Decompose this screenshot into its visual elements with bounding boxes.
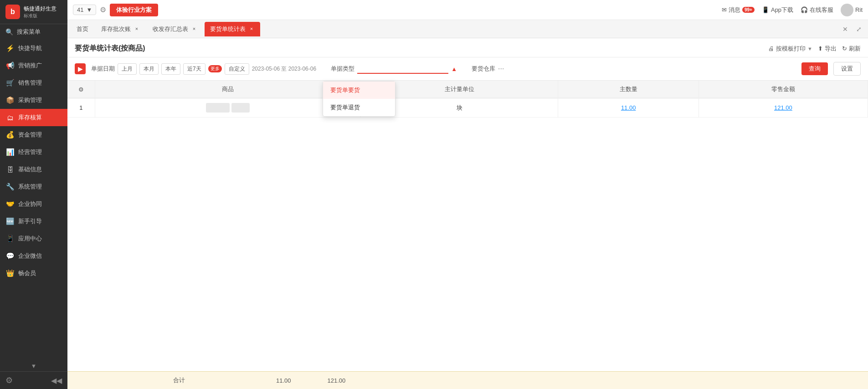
type-label: 单据类型: [331, 65, 354, 73]
service-icon: 🎧: [801, 6, 808, 13]
sidebar-logo: b 畅捷通好生意 标准版: [0, 0, 67, 24]
user-avatar[interactable]: Rit: [841, 4, 863, 16]
date-this-year-btn[interactable]: 本年: [161, 63, 180, 75]
th-quantity: 主数量: [558, 81, 699, 98]
app-download-button[interactable]: 📱 App下载: [762, 6, 793, 14]
page-header: 要货单统计表(按商品) 🖨 按模板打印 ▼ ⬆ 导出 ↻ 刷新: [67, 38, 868, 57]
sidebar-item-label: 基础信息: [18, 165, 42, 174]
window-expand-btn[interactable]: ⤢: [853, 24, 864, 35]
tab-home-label: 首页: [77, 25, 88, 33]
print-arrow-icon[interactable]: ▼: [807, 46, 812, 51]
tab-inventory-batch-label: 库存批次账: [101, 25, 131, 33]
filter-settings-button[interactable]: 设置: [833, 62, 861, 76]
search-menu-item[interactable]: 🔍 搜索菜单: [0, 24, 67, 40]
sidebar-item-label: 企业协同: [18, 200, 42, 208]
table-header-row: ⚙ 商品 主计量单位 主数量 零售金额: [67, 81, 868, 98]
tab-order-stats-close[interactable]: ×: [248, 26, 255, 32]
trial-button[interactable]: 体验行业方案: [110, 4, 158, 16]
warehouse-filter-group: 要货仓库 ···: [472, 65, 504, 73]
sidebar-item-basic[interactable]: 🗄 基础信息: [0, 161, 67, 178]
sidebar-scroll-down[interactable]: ▼: [0, 361, 67, 371]
topbar-gear-icon[interactable]: ⚙: [100, 5, 106, 14]
sidebar-item-label: 快捷导航: [18, 44, 42, 52]
footer-label: 合计: [73, 376, 185, 384]
type-dropdown-arrow[interactable]: ▲: [451, 66, 457, 72]
download-icon: 📱: [762, 6, 769, 13]
sales-icon: 🛒: [5, 79, 15, 87]
refresh-icon: ↻: [842, 45, 847, 52]
table-row: 1 块 11.00 121.00: [67, 98, 868, 118]
type-input[interactable]: [357, 64, 448, 74]
date-filter-group: 单据日期 上月 本月 本年 近7天 更多 自定义 2023-05-06 至 20…: [91, 63, 316, 75]
topbar-left: 41 ▼ ⚙ 体验行业方案: [73, 4, 722, 16]
wechat-icon: 💬: [5, 252, 15, 260]
sidebar-item-sales[interactable]: 🛒 销售管理: [0, 74, 67, 92]
sidebar-item-operation[interactable]: 📊 经营管理: [0, 143, 67, 161]
date-last-7days-btn[interactable]: 近7天: [183, 63, 205, 75]
collapse-icon[interactable]: ◀◀: [51, 376, 62, 385]
tab-shipment-summary-close[interactable]: ×: [191, 26, 197, 32]
messages-button[interactable]: ✉ 消息 99+: [722, 6, 755, 14]
query-button[interactable]: 查询: [801, 62, 828, 75]
warehouse-more-btn[interactable]: ···: [498, 65, 504, 73]
sidebar-item-purchase[interactable]: 📦 采购管理: [0, 92, 67, 109]
tab-home[interactable]: 首页: [71, 22, 94, 36]
system-icon: 🔧: [5, 183, 15, 191]
date-last-month-btn[interactable]: 上月: [118, 63, 137, 75]
print-button[interactable]: 🖨 按模板打印 ▼: [768, 45, 812, 53]
sidebar-item-inventory[interactable]: 🗂 库存核算: [0, 109, 67, 126]
finance-icon: 💰: [5, 131, 15, 139]
expand-filter-btn[interactable]: ▶: [75, 63, 86, 74]
sidebar-item-finance[interactable]: 💰 资金管理: [0, 126, 67, 143]
breadcrumb-selector[interactable]: 41 ▼: [73, 5, 96, 15]
sidebar-item-guide[interactable]: 🆕 新手引导: [0, 213, 67, 230]
settings-icon[interactable]: ⚙: [5, 375, 13, 385]
date-custom-btn[interactable]: 自定义: [225, 63, 249, 75]
tab-inventory-batch-close[interactable]: ×: [134, 26, 140, 32]
purchase-icon: 📦: [5, 96, 15, 104]
warehouse-label: 要货仓库: [472, 65, 495, 73]
sidebar-item-label: 系统管理: [18, 183, 42, 191]
enterprise-icon: 🤝: [5, 200, 15, 208]
date-this-month-btn[interactable]: 本月: [139, 63, 159, 75]
dropdown-item-order-goods[interactable]: 要货单要货: [323, 82, 395, 99]
more-tag[interactable]: 更多: [208, 65, 222, 72]
printer-icon: 🖨: [768, 45, 774, 52]
logo-text: 畅捷通好生意 标准版: [24, 5, 56, 19]
breadcrumb-num: 41: [77, 6, 83, 13]
sidebar-item-wechat[interactable]: 💬 企业微信: [0, 247, 67, 265]
sidebar-item-appstore[interactable]: 📱 应用中心: [0, 230, 67, 247]
sidebar-item-marketing[interactable]: 📢 营销推广: [0, 57, 67, 74]
sidebar-item-quick-nav[interactable]: ⚡ 快捷导航: [0, 40, 67, 57]
th-product: 商品: [95, 81, 360, 98]
app-download-label: App下载: [771, 6, 793, 14]
window-close-btn[interactable]: ✕: [840, 24, 851, 35]
dropdown-item-order-return[interactable]: 要货单退货: [323, 99, 395, 116]
operation-icon: 📊: [5, 148, 15, 156]
online-service-button[interactable]: 🎧 在线客服: [801, 6, 833, 14]
row-amount: 121.00: [699, 98, 868, 118]
sidebar-item-label: 应用中心: [18, 235, 42, 243]
type-filter-group: 单据类型 ▲: [331, 64, 457, 74]
quantity-link[interactable]: 11.00: [621, 104, 636, 111]
sidebar-item-label: 新手引导: [18, 217, 42, 225]
sidebar-item-system[interactable]: 🔧 系统管理: [0, 178, 67, 195]
amount-link[interactable]: 121.00: [774, 104, 792, 111]
sidebar-item-label: 销售管理: [18, 79, 42, 87]
type-dropdown: 要货单要货 要货单退货: [323, 81, 395, 117]
th-settings[interactable]: ⚙: [67, 81, 95, 98]
sidebar-item-enterprise[interactable]: 🤝 企业协同: [0, 195, 67, 213]
content: 要货单统计表(按商品) 🖨 按模板打印 ▼ ⬆ 导出 ↻ 刷新 ▶: [67, 38, 868, 389]
export-button[interactable]: ⬆ 导出: [818, 45, 837, 53]
tab-inventory-batch[interactable]: 库存批次账 ×: [96, 22, 145, 36]
tab-shipment-summary[interactable]: 收发存汇总表 ×: [147, 22, 203, 36]
tab-order-stats[interactable]: 要货单统计表 ×: [205, 22, 260, 36]
logo-icon: b: [5, 5, 20, 19]
guide-icon: 🆕: [5, 217, 15, 225]
main-area: 41 ▼ ⚙ 体验行业方案 ✉ 消息 99+ 📱 App下载 🎧 在线客服 R: [67, 0, 868, 389]
refresh-button[interactable]: ↻ 刷新: [842, 45, 861, 53]
sidebar-item-member[interactable]: 👑 畅会员: [0, 265, 67, 282]
marketing-icon: 📢: [5, 61, 15, 70]
tabbar: 首页 库存批次账 × 收发存汇总表 × 要货单统计表 × ✕ ⤢: [67, 20, 868, 38]
sidebar-item-label: 经营管理: [18, 148, 42, 156]
